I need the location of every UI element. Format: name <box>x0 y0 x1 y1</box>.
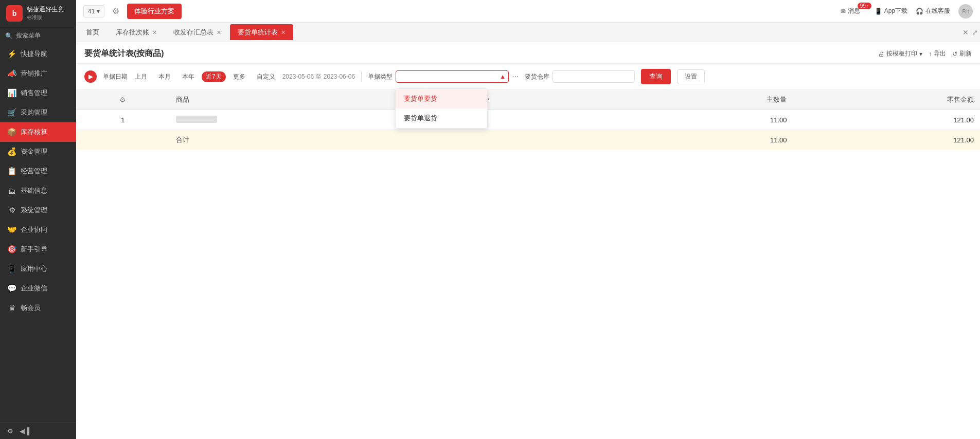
sidebar-item-label: 库存核算 <box>21 127 47 137</box>
tab-close-all-button[interactable]: ✕ <box>963 28 969 36</box>
store-name: 41 <box>88 8 95 15</box>
table-settings-header: ⚙ <box>76 90 170 110</box>
row-qty: 11.00 <box>606 110 793 130</box>
export-label: 导出 <box>934 49 946 58</box>
system-icon: ⚙ <box>7 206 16 215</box>
sidebar-item-marketing[interactable]: 📣 营销推广 <box>0 64 76 83</box>
footer-empty-2 <box>450 130 606 150</box>
sidebar-collapse-button[interactable]: ◀▐ <box>20 427 29 435</box>
warehouse-input[interactable] <box>553 70 635 83</box>
footer-total-qty: 11.00 <box>606 130 793 150</box>
wechat-icon: 💬 <box>7 284 16 293</box>
messages-button[interactable]: ✉ 消息 99+ <box>841 7 866 15</box>
appstore-icon: 📱 <box>7 264 16 273</box>
print-button[interactable]: 🖨 按模板打印 ▾ <box>878 49 922 58</box>
sidebar-item-label: 新手引导 <box>21 245 47 254</box>
tab-expand-button[interactable]: ⤢ <box>972 28 978 36</box>
table-wrap: ⚙ 商品 主计量单位 主数量 零售金额 <box>76 90 980 150</box>
order-type-chevron-icon[interactable]: ▲ <box>500 73 506 80</box>
more-date-button[interactable]: 更多 <box>229 71 250 82</box>
customer-service-label: 在线客服 <box>925 7 950 15</box>
tab-order-summary-close[interactable]: ✕ <box>281 29 286 36</box>
sidebar-item-sales[interactable]: 📊 销售管理 <box>0 83 76 103</box>
warehouse-filter-group: 要货仓库 <box>525 70 635 83</box>
this-year-button[interactable]: 本年 <box>178 71 199 82</box>
tab-collect-summary[interactable]: 收发存汇总表 ✕ <box>166 24 229 40</box>
tab-inventory-batch[interactable]: 库存批次账 ✕ <box>108 24 165 40</box>
app-download-button[interactable]: 📱 App下载 <box>875 7 907 15</box>
data-table: ⚙ 商品 主计量单位 主数量 零售金额 <box>76 90 980 150</box>
app-download-label: App下载 <box>884 7 907 15</box>
tabbar-right: ✕ ⤢ <box>963 28 978 36</box>
sidebar-item-basic[interactable]: 🗂 基础信息 <box>0 181 76 200</box>
refresh-icon: ↺ <box>952 50 957 58</box>
enterprise-icon: 🤝 <box>7 225 16 234</box>
last-month-button[interactable]: 上月 <box>131 71 151 82</box>
filter-more-button[interactable]: ··· <box>512 72 519 81</box>
filter-expand-button[interactable]: ▶ <box>84 70 97 83</box>
sidebar-item-vip[interactable]: ♛ 畅会员 <box>0 298 76 318</box>
query-button[interactable]: 查询 <box>641 69 671 84</box>
tabbar: 首页 库存批次账 ✕ 收发存汇总表 ✕ 要货单统计表 ✕ ✕ ⤢ <box>76 23 980 42</box>
tab-home-label: 首页 <box>86 28 99 37</box>
sidebar-item-appstore[interactable]: 📱 应用中心 <box>0 259 76 279</box>
topbar-settings-button[interactable]: ⚙ <box>109 4 123 19</box>
order-type-input[interactable] <box>396 70 509 83</box>
sidebar-item-guide[interactable]: 🎯 新手引导 <box>0 240 76 259</box>
custom-date-button[interactable]: 自定义 <box>253 71 279 82</box>
user-avatar[interactable]: Rit <box>958 4 973 19</box>
refresh-button[interactable]: ↺ 刷新 <box>952 49 972 58</box>
sidebar-item-finance[interactable]: 💰 资金管理 <box>0 142 76 161</box>
tab-inventory-batch-close[interactable]: ✕ <box>152 29 157 36</box>
footer-empty-1 <box>76 130 170 150</box>
search-label: 搜索菜单 <box>16 31 41 40</box>
sidebar-item-enterprise[interactable]: 🤝 企业协同 <box>0 220 76 240</box>
app-download-icon: 📱 <box>875 8 882 15</box>
row-num: 1 <box>76 110 170 130</box>
sidebar-item-label: 资金管理 <box>21 147 47 156</box>
sidebar-item-inventory[interactable]: 📦 库存核算 <box>0 122 76 142</box>
trial-button[interactable]: 体验行业方案 <box>127 4 182 19</box>
this-month-button[interactable]: 本月 <box>154 71 175 82</box>
sidebar: b 畅捷通好生意 标准版 🔍 搜索菜单 ⚡ 快捷导航 📣 营销推广 📊 销售管理… <box>0 0 76 439</box>
sidebar-item-label: 畅会员 <box>21 303 41 313</box>
sales-icon: 📊 <box>7 88 16 98</box>
print-icon: 🖨 <box>878 50 884 58</box>
sidebar-item-system[interactable]: ⚙ 系统管理 <box>0 200 76 220</box>
tab-order-summary-label: 要货单统计表 <box>238 28 278 37</box>
sidebar-item-operations[interactable]: 📋 经营管理 <box>0 161 76 181</box>
basic-icon: 🗂 <box>7 187 16 195</box>
dropdown-item-order-return[interactable]: 要货单退货 <box>396 108 487 128</box>
tab-collect-summary-close[interactable]: ✕ <box>217 29 221 36</box>
recent-7-button[interactable]: 近7天 <box>202 71 226 82</box>
filter-divider-1 <box>361 71 362 82</box>
topbar-left: 41 ▾ ⚙ 体验行业方案 <box>83 4 834 19</box>
sidebar-item-label: 销售管理 <box>21 88 47 98</box>
sidebar-settings-button[interactable]: ⚙ <box>7 427 13 435</box>
setup-button[interactable]: 设置 <box>677 69 705 84</box>
quick-nav-icon: ⚡ <box>7 49 16 59</box>
sidebar-nav: ⚡ 快捷导航 📣 营销推广 📊 销售管理 🛒 采购管理 📦 库存核算 💰 资金管… <box>0 44 76 423</box>
search-menu[interactable]: 🔍 搜索菜单 <box>0 27 76 44</box>
sidebar-item-label: 应用中心 <box>21 264 47 273</box>
sidebar-item-label: 快捷导航 <box>21 49 47 59</box>
tab-home[interactable]: 首页 <box>78 24 107 40</box>
sidebar-item-quick-nav[interactable]: ⚡ 快捷导航 <box>0 44 76 64</box>
order-type-dropdown: 要货单要货 要货单退货 <box>395 88 488 129</box>
table-footer-row: 合计 11.00 121.00 <box>76 130 980 150</box>
page-header: 要货单统计表(按商品) 🖨 按模板打印 ▾ ↑ 导出 ↺ 刷新 <box>76 42 980 64</box>
column-header-qty: 主数量 <box>606 90 793 110</box>
column-header-amount: 零售金额 <box>793 90 980 110</box>
customer-service-button[interactable]: 🎧 在线客服 <box>916 7 950 15</box>
sidebar-item-wechat[interactable]: 💬 企业微信 <box>0 279 76 298</box>
message-icon: ✉ <box>841 8 846 15</box>
page-title: 要货单统计表(按商品) <box>84 48 164 59</box>
sidebar-item-label: 采购管理 <box>21 108 47 117</box>
store-selector[interactable]: 41 ▾ <box>83 5 104 17</box>
export-button[interactable]: ↑ 导出 <box>929 49 946 58</box>
vip-icon: ♛ <box>7 303 16 313</box>
table-settings-icon[interactable]: ⚙ <box>119 96 126 104</box>
sidebar-item-purchase[interactable]: 🛒 采购管理 <box>0 103 76 122</box>
tab-order-summary[interactable]: 要货单统计表 ✕ <box>230 24 293 40</box>
dropdown-item-order-goods[interactable]: 要货单要货 <box>396 89 487 108</box>
